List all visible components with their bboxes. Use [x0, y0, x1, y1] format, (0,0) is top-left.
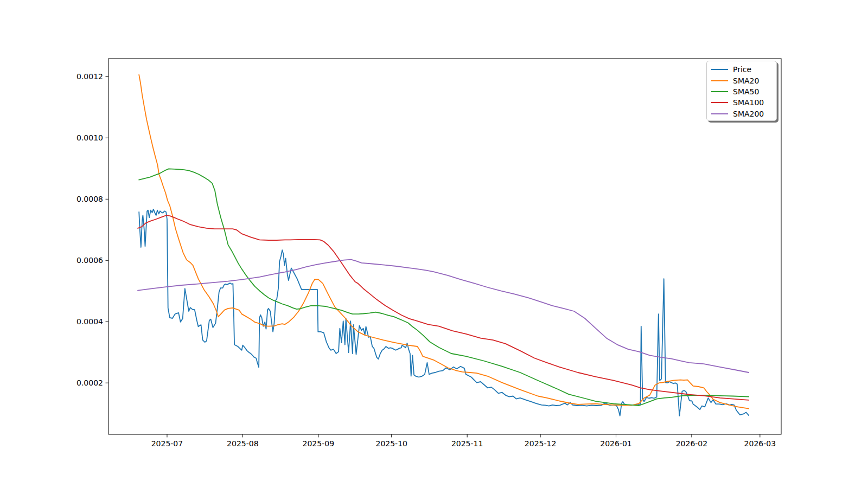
price-line-swatch: [711, 69, 728, 70]
legend-row-sma50: SMA50: [711, 86, 776, 97]
x-tick-label: 2025-07: [151, 439, 183, 448]
y-tick-label: 0.0004: [76, 317, 103, 326]
sma200-line-swatch: [711, 113, 728, 114]
x-tick-label: 2026-01: [600, 439, 632, 448]
y-tick-label: 0.0010: [76, 133, 103, 142]
x-tick-label: 2025-08: [227, 439, 259, 448]
y-tick-label: 0.0012: [76, 72, 103, 81]
y-tick-label: 0.0006: [76, 256, 103, 265]
y-tick-label: 0.0008: [76, 195, 103, 203]
legend-row-sma200: SMA200: [711, 108, 776, 119]
legend-label-price: Price: [733, 65, 751, 74]
x-tick-label: 2025-11: [451, 439, 483, 448]
x-tick-label: 2025-12: [525, 439, 557, 448]
legend-row-sma20: SMA20: [711, 75, 776, 86]
sma20-line-swatch: [711, 80, 728, 81]
legend: Price SMA20 SMA50 SMA100 SMA200: [706, 61, 777, 121]
x-tick-label: 2025-09: [303, 439, 335, 448]
legend-row-price: Price: [711, 64, 776, 75]
legend-label-sma20: SMA20: [733, 76, 759, 85]
legend-label-sma100: SMA100: [733, 98, 764, 107]
sma100-line-swatch: [711, 102, 728, 103]
legend-row-sma100: SMA100: [711, 97, 776, 108]
y-tick-label: 0.0002: [76, 378, 103, 387]
figure: 2025-072025-082025-092025-102025-112025-…: [0, 0, 868, 488]
plot-area: [108, 59, 781, 434]
x-tick-label: 2025-10: [375, 439, 407, 448]
x-tick-label: 2026-03: [744, 439, 776, 448]
legend-label-sma50: SMA50: [733, 87, 759, 96]
legend-label-sma200: SMA200: [733, 110, 764, 118]
sma50-line-swatch: [711, 91, 728, 92]
x-tick-label: 2026-02: [676, 439, 708, 448]
